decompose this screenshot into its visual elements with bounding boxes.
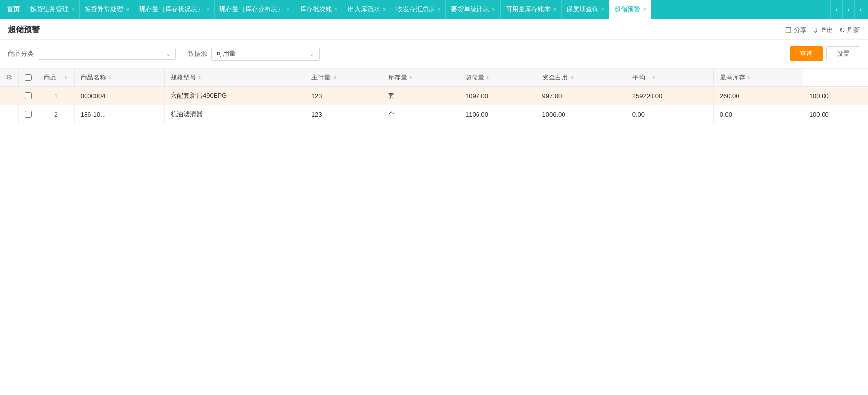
row-spec-1: 123 xyxy=(305,105,382,123)
commodity-category-select[interactable]: ⌄ xyxy=(38,48,176,60)
row-capital-0: 259220.00 xyxy=(626,87,713,105)
close-tab-1[interactable]: × xyxy=(126,6,129,12)
row-max-stock-1: 100.00 xyxy=(803,105,868,123)
th-checkbox xyxy=(19,69,38,87)
export-icon: ⇓ xyxy=(813,26,819,34)
sort-icon-capital: ⇅ xyxy=(570,75,574,80)
row-capital-1: 0.00 xyxy=(626,105,713,123)
page-container: 超储预警 ❐ 分享 ⇓ 导出 ↻ 刷新 商品分类 ⌄ 数据源 xyxy=(0,19,868,395)
sort-icon-max-stock: ⇅ xyxy=(747,75,751,80)
th-settings: ⚙ xyxy=(0,69,19,87)
select-all-checkbox[interactable] xyxy=(25,74,32,81)
nav-arrows: ‹ › › xyxy=(830,0,866,19)
close-tab-7[interactable]: × xyxy=(492,6,495,12)
row-checkbox-cell xyxy=(19,105,38,123)
th-overstock[interactable]: 超储量 ⇅ xyxy=(459,69,536,87)
nav-tab-yaohuo[interactable]: 要货单统计表 × xyxy=(446,0,500,19)
nav-tab-shoufacun[interactable]: 收发存汇总表 × xyxy=(391,0,446,19)
commodity-category-filter: 商品分类 ⌄ xyxy=(8,48,176,60)
sort-icon-product-name: ⇅ xyxy=(108,75,112,80)
data-table: ⚙ 商品... ⇅ 商品 xyxy=(0,69,868,123)
th-avg[interactable]: 平均... ⇅ xyxy=(626,69,713,87)
nav-tab-jianhuoyichang[interactable]: 拣货异常处理 × xyxy=(80,0,134,19)
row-spec-0: 123 xyxy=(305,87,382,105)
row-overstock-0: 997.00 xyxy=(536,87,626,105)
filter-area: 商品分类 ⌄ 数据源 可用量 ⌄ 查询 设置 xyxy=(0,40,868,69)
filter-actions: 查询 设置 xyxy=(790,46,860,61)
sort-icon-spec: ⇅ xyxy=(198,75,202,80)
close-tab-2[interactable]: × xyxy=(206,6,209,12)
nav-tab-xiancunliang2[interactable]: 现存量（库存分布表） × xyxy=(215,0,295,19)
close-tab-9[interactable]: × xyxy=(601,6,604,12)
data-source-filter: 数据源 可用量 ⌄ xyxy=(188,47,320,61)
close-tab-8[interactable]: × xyxy=(553,6,556,12)
nav-tab-churuku[interactable]: 出入库流水 × xyxy=(343,0,391,19)
row-avg-0: 260.00 xyxy=(713,87,803,105)
settings-gear-icon[interactable]: ⚙ xyxy=(6,73,12,81)
row-unit-0: 套 xyxy=(382,87,459,105)
nav-tab-xiancunliang1[interactable]: 现存量（库存状况表） × xyxy=(134,0,215,19)
nav-tab-chaochuyujing[interactable]: 超储预警 × xyxy=(609,0,651,19)
close-tab-3[interactable]: × xyxy=(286,6,289,12)
export-button[interactable]: ⇓ 导出 xyxy=(813,26,833,35)
close-tab-0[interactable]: × xyxy=(71,6,74,12)
row-unit-1: 个 xyxy=(382,105,459,123)
table-row: 2 186-10... 机油滤清器 123 个 1106.00 1006.00 … xyxy=(0,105,868,123)
row-product-name-0: 六配套新昌490BPG xyxy=(165,87,305,105)
share-button[interactable]: ❐ 分享 xyxy=(785,26,807,35)
share-icon: ❐ xyxy=(785,26,792,34)
query-button[interactable]: 查询 xyxy=(790,46,823,61)
nav-home[interactable]: 首页 xyxy=(2,0,25,19)
row-num-1: 2 xyxy=(38,105,75,123)
data-source-select[interactable]: 可用量 ⌄ xyxy=(211,47,320,61)
close-tab-5[interactable]: × xyxy=(383,6,386,12)
data-source-value: 可用量 xyxy=(217,49,236,58)
sort-icon-avg: ⇅ xyxy=(652,75,656,80)
th-spec[interactable]: 规格型号 ⇅ xyxy=(165,69,305,87)
row-product-name-1: 机油滤清器 xyxy=(165,105,305,123)
row-checkbox-0[interactable] xyxy=(25,92,32,99)
refresh-icon: ↻ xyxy=(839,26,845,34)
data-source-chevron-icon: ⌄ xyxy=(309,50,314,57)
row-max-stock-0: 100.00 xyxy=(803,87,868,105)
close-tab-4[interactable]: × xyxy=(335,6,338,12)
th-capital[interactable]: 资金占用 ⇅ xyxy=(536,69,626,87)
close-tab-10[interactable]: × xyxy=(643,6,646,12)
row-product-code-0: 0000004 xyxy=(74,87,164,105)
th-stock[interactable]: 库存量 ⇅ xyxy=(382,69,459,87)
top-navigation: 首页 拣货任务管理 × 拣货异常处理 × 现存量（库存状况表） × 现存量（库存… xyxy=(0,0,868,19)
row-stock-1: 1106.00 xyxy=(459,105,536,123)
nav-tab-jianhuorenwu[interactable]: 拣货任务管理 × xyxy=(25,0,80,19)
sort-icon-stock: ⇅ xyxy=(409,75,413,80)
sort-icon-unit: ⇅ xyxy=(333,75,337,80)
nav-tab-kucunpici[interactable]: 库存批次账 × xyxy=(295,0,343,19)
row-num-0: 1 xyxy=(38,87,75,105)
nav-next-button[interactable]: › xyxy=(842,0,854,19)
th-product-code[interactable]: 商品... ⇅ xyxy=(38,69,75,87)
refresh-button[interactable]: ↻ 刷新 xyxy=(839,26,860,35)
row-checkbox-cell xyxy=(19,87,38,105)
nav-tab-baozhi[interactable]: 保质期查询 × xyxy=(562,0,609,19)
chevron-down-icon: ⌄ xyxy=(166,50,171,57)
sort-icon-overstock: ⇅ xyxy=(486,75,490,80)
th-max-stock[interactable]: 最高库存 ⇅ xyxy=(713,69,803,87)
commodity-category-label: 商品分类 xyxy=(8,49,34,58)
data-source-label: 数据源 xyxy=(188,49,207,58)
row-overstock-1: 1006.00 xyxy=(536,105,626,123)
row-product-code-1: 186-10... xyxy=(74,105,164,123)
set-button[interactable]: 设置 xyxy=(826,46,860,61)
row-stock-0: 1097.00 xyxy=(459,87,536,105)
nav-tab-keyongliang[interactable]: 可用量库存账本 × xyxy=(501,0,562,19)
row-checkbox-1[interactable] xyxy=(25,111,32,118)
sort-icon-product-code: ⇅ xyxy=(64,75,68,80)
th-product-name[interactable]: 商品名称 ⇅ xyxy=(74,69,164,87)
page-header: 超储预警 ❐ 分享 ⇓ 导出 ↻ 刷新 xyxy=(0,19,868,40)
nav-more-button[interactable]: › xyxy=(854,0,866,19)
page-title: 超储预警 xyxy=(8,25,40,35)
nav-prev-button[interactable]: ‹ xyxy=(830,0,842,19)
row-settings-cell xyxy=(0,87,19,105)
th-unit[interactable]: 主计量 ⇅ xyxy=(305,69,382,87)
table-row: 1 0000004 六配套新昌490BPG 123 套 1097.00 997.… xyxy=(0,87,868,105)
header-actions: ❐ 分享 ⇓ 导出 ↻ 刷新 xyxy=(785,26,860,35)
close-tab-6[interactable]: × xyxy=(437,6,440,12)
